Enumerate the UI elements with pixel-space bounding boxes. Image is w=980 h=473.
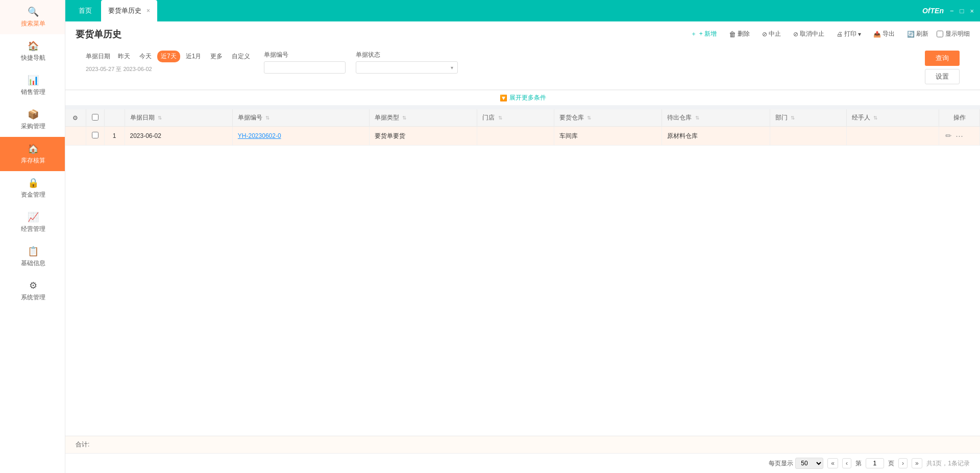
- sidebar-item-inventory[interactable]: 🏠 库存核算: [0, 137, 65, 171]
- sidebar-item-purchase[interactable]: 📦 采购管理: [0, 103, 65, 137]
- tab-order-history-label: 要货单历史: [108, 6, 141, 15]
- tab-order-history[interactable]: 要货单历史 ×: [101, 0, 157, 21]
- col-settings[interactable]: ⚙: [65, 109, 86, 127]
- select-all-checkbox[interactable]: [92, 114, 99, 121]
- window-minimize-btn[interactable]: −: [950, 7, 954, 15]
- last-month-btn[interactable]: 近1月: [182, 51, 205, 62]
- brand-label: OfTEn: [922, 7, 944, 15]
- purchase-icon: 📦: [28, 109, 39, 120]
- row-doc-date-cell: 2023-06-02: [125, 127, 232, 146]
- summary-label: 合计:: [76, 440, 89, 449]
- stop-label: 中止: [769, 30, 781, 38]
- tab-home[interactable]: 首页: [71, 0, 99, 21]
- col-checkbox: [86, 109, 104, 127]
- page-number-input[interactable]: [866, 458, 884, 468]
- content-area: 要货单历史 ＋ + 新增 🗑 删除 ⊘ 中止 ⊘: [65, 21, 980, 473]
- sort-doc-num-icon: ⇅: [265, 115, 270, 121]
- more-btn[interactable]: 更多: [207, 51, 226, 62]
- sidebar-item-sales[interactable]: 📊 销售管理: [0, 68, 65, 103]
- col-store[interactable]: 门店 ⇅: [477, 109, 554, 127]
- export-button[interactable]: 📤 导出: [869, 28, 899, 40]
- sidebar-item-basic-label: 基础信息: [21, 259, 45, 268]
- col-pending-warehouse[interactable]: 待出仓库 ⇅: [662, 109, 770, 127]
- col-action: 操作: [939, 109, 980, 127]
- row-doc-num-cell[interactable]: YH-20230602-0: [232, 127, 369, 146]
- sort-req-warehouse-icon: ⇅: [587, 115, 591, 121]
- sidebar-item-operations[interactable]: 📈 经营管理: [0, 205, 65, 240]
- doc-status-select[interactable]: ▾: [356, 61, 458, 74]
- col-doc-date[interactable]: 单据日期 ⇅: [125, 109, 232, 127]
- page-size-select[interactable]: 20 50 100: [795, 458, 823, 469]
- col-doc-num[interactable]: 单据编号 ⇅: [232, 109, 369, 127]
- refresh-button[interactable]: 🔄 刷新: [903, 28, 933, 40]
- table-header-row: ⚙ 单据日期 ⇅ 单据编号 ⇅: [65, 109, 980, 127]
- sidebar: 🔍 搜索菜单 🏠 快捷导航 📊 销售管理 📦 采购管理 🏠 库存核算 🔒 资金管…: [0, 0, 65, 473]
- delete-button[interactable]: 🗑 删除: [725, 28, 754, 40]
- row-edit-btn[interactable]: ✏: [944, 130, 953, 141]
- sidebar-item-finance[interactable]: 🔒 资金管理: [0, 171, 65, 205]
- sidebar-item-basic[interactable]: 📋 基础信息: [0, 240, 65, 274]
- doc-num-label: 单据编号: [264, 51, 346, 59]
- query-button[interactable]: 查询: [925, 51, 960, 66]
- sidebar-item-system-label: 系统管理: [21, 293, 45, 302]
- doc-status-dropdown[interactable]: [360, 64, 451, 71]
- last7days-btn[interactable]: 近7天: [157, 51, 180, 62]
- data-table: ⚙ 单据日期 ⇅ 单据编号 ⇅: [65, 109, 980, 146]
- sort-doc-type-icon: ⇅: [402, 115, 406, 121]
- sort-pending-warehouse-icon: ⇅: [695, 115, 699, 121]
- row-checkbox[interactable]: [92, 132, 99, 138]
- sidebar-item-quicknav[interactable]: 🏠 快捷导航: [0, 34, 65, 68]
- yesterday-btn[interactable]: 昨天: [114, 51, 134, 62]
- col-handler[interactable]: 经手人 ⇅: [847, 109, 939, 127]
- cancel-stop-icon: ⊘: [793, 31, 798, 38]
- first-page-btn[interactable]: «: [827, 458, 838, 468]
- inventory-icon: 🏠: [28, 143, 39, 154]
- sidebar-item-purchase-label: 采购管理: [21, 122, 45, 131]
- doc-status-filter-group: 单据状态 ▾: [356, 51, 458, 74]
- add-button[interactable]: ＋ + 新增: [687, 28, 721, 40]
- settings-button[interactable]: 设置: [925, 69, 960, 84]
- col-req-warehouse-label: 要货仓库: [559, 114, 584, 121]
- prev-page-btn[interactable]: ‹: [842, 458, 851, 468]
- page-title: 要货单历史: [76, 28, 121, 40]
- row-more-btn[interactable]: ⋯: [954, 130, 964, 141]
- expand-more-label: 展开更多条件: [509, 93, 546, 102]
- window-close-btn[interactable]: ×: [970, 7, 974, 15]
- row-req-warehouse-cell: 车间库: [554, 127, 662, 146]
- col-doc-num-label: 单据编号: [238, 114, 262, 121]
- display-detail-toggle[interactable]: 显示明细: [937, 30, 970, 38]
- tab-close-icon[interactable]: ×: [146, 7, 150, 14]
- col-doc-type[interactable]: 单据类型 ⇅: [370, 109, 477, 127]
- chevron-down-expand-icon: 🔽: [500, 94, 507, 102]
- next-page-btn[interactable]: ›: [898, 458, 908, 468]
- sidebar-item-search[interactable]: 🔍 搜索菜单: [0, 0, 65, 34]
- cancel-stop-button[interactable]: ⊘ 取消中止: [789, 28, 828, 40]
- row-action-btns: ✏ ⋯: [944, 130, 974, 141]
- doc-num-input[interactable]: [264, 61, 346, 74]
- window-maximize-btn[interactable]: □: [960, 7, 964, 15]
- today-btn[interactable]: 今天: [136, 51, 155, 62]
- row-doc-type-cell: 要货单要货: [370, 127, 477, 146]
- date-range-display: 2023-05-27 至 2023-06-02: [86, 65, 254, 73]
- print-button[interactable]: 🖨 打印 ▾: [832, 28, 865, 40]
- finance-icon: 🔒: [28, 177, 39, 188]
- stop-button[interactable]: ⊘ 中止: [758, 28, 785, 40]
- sidebar-item-operations-label: 经营管理: [21, 225, 45, 233]
- print-icon: 🖨: [837, 31, 843, 38]
- row-serial-cell: 1: [104, 127, 125, 146]
- expand-more-button[interactable]: 🔽 展开更多条件: [500, 93, 546, 102]
- last-page-btn[interactable]: »: [912, 458, 922, 468]
- sidebar-item-system[interactable]: ⚙ 系统管理: [0, 274, 65, 308]
- custom-btn[interactable]: 自定义: [228, 51, 254, 62]
- col-req-warehouse[interactable]: 要货仓库 ⇅: [554, 109, 662, 127]
- chevron-down-icon: ▾: [451, 65, 453, 70]
- doc-num-filter-group: 单据编号: [264, 51, 346, 74]
- display-detail-checkbox[interactable]: [937, 31, 943, 37]
- row-checkbox-cell: [86, 127, 104, 146]
- sidebar-item-search-label: 搜索菜单: [21, 19, 45, 28]
- add-label: + 新增: [699, 30, 717, 38]
- col-action-label: 操作: [953, 114, 966, 121]
- col-department[interactable]: 部门 ⇅: [770, 109, 846, 127]
- col-handler-label: 经手人: [852, 114, 870, 121]
- col-pending-warehouse-label: 待出仓库: [667, 114, 692, 121]
